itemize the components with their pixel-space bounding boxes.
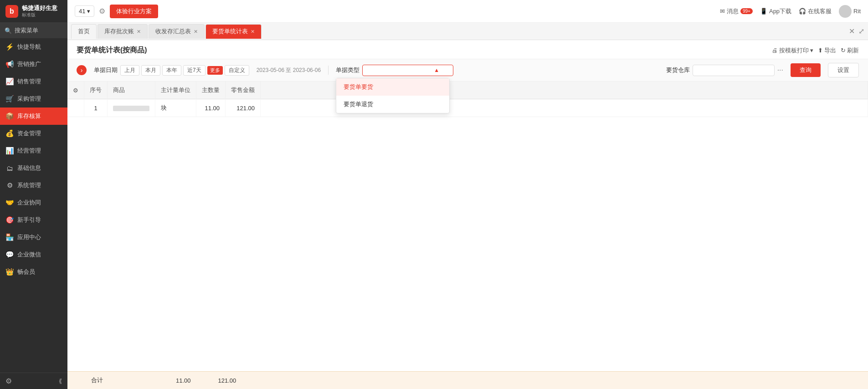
type-filter-group: 单据类型 ▲ 要货单要货 要货单退货 [336, 65, 453, 76]
appstore-icon: 🏪 [5, 233, 14, 241]
purchase-icon: 🛒 [5, 95, 14, 103]
tab-request-summary[interactable]: 要货单统计表 ✕ [205, 24, 262, 39]
date-last-7-days[interactable]: 近7天 [183, 65, 205, 76]
sidebar-item-label: 系统管理 [17, 181, 41, 189]
type-label: 单据类型 [336, 66, 360, 74]
search-icon: 🔍 [5, 27, 12, 34]
sidebar-item-system[interactable]: ⚙ 系统管理 [0, 177, 67, 194]
sidebar-item-marketing[interactable]: 📢 营销推广 [0, 56, 67, 73]
inventory-icon: 📦 [5, 112, 14, 120]
date-this-year[interactable]: 本年 [162, 65, 181, 76]
tab-home[interactable]: 首页 [71, 24, 97, 39]
user-profile[interactable]: Rit [839, 5, 861, 18]
table-body: 1 块 11.00 121.00 [67, 99, 868, 117]
system-icon: ⚙ [5, 181, 14, 189]
tab-inventory-batch-label: 库存批次账 [104, 27, 134, 36]
sidebar-item-wechat[interactable]: 💬 企业微信 [0, 246, 67, 263]
col-product: 商品 [108, 82, 155, 99]
member-icon: 👑 [5, 268, 14, 276]
sidebar-item-quick-nav[interactable]: ⚡ 快捷导航 [0, 38, 67, 56]
messages-btn[interactable]: ✉ 消息 99+ [720, 7, 753, 15]
sidebar-item-operations[interactable]: 📊 经营管理 [0, 142, 67, 159]
tab-receive-summary[interactable]: 收发存汇总表 ✕ [149, 24, 205, 39]
sidebar-item-inventory[interactable]: 📦 库存核算 [0, 107, 67, 125]
gear-icon[interactable]: ⚙ [99, 7, 105, 15]
footer-label: 合计 [73, 376, 103, 384]
date-custom-btn[interactable]: 自定义 [225, 65, 249, 76]
search-menu-label: 搜索菜单 [15, 26, 38, 35]
online-service-btn[interactable]: 🎧 在线客服 [799, 7, 832, 15]
sidebar-item-finance[interactable]: 💰 资金管理 [0, 125, 67, 142]
main-area: 41 ▾ ⚙ 体验行业方案 ✉ 消息 99+ 📱 App下载 🎧 在线客服 R [67, 0, 868, 389]
type-select-value [367, 67, 434, 74]
sidebar-item-guide[interactable]: 🎯 新手引导 [0, 211, 67, 229]
guide-icon: 🎯 [5, 216, 14, 224]
quick-nav-icon: ⚡ [5, 43, 14, 51]
sidebar-item-purchase[interactable]: 🛒 采购管理 [0, 90, 67, 107]
dropdown-item-request-order[interactable]: 要货单要货 [336, 78, 449, 96]
marketing-icon: 📢 [5, 60, 14, 68]
sidebar-nav: ⚡ 快捷导航 📢 营销推广 📈 销售管理 🛒 采购管理 📦 库存核算 💰 资金管… [0, 38, 67, 373]
refresh-icon: ↻ [841, 47, 846, 54]
search-menu[interactable]: 🔍 搜索菜单 [0, 23, 67, 38]
collapse-icon[interactable]: ⟪ [59, 378, 62, 384]
type-chevron-up-icon: ▲ [434, 67, 439, 73]
app-download-label: App下载 [769, 7, 791, 15]
sidebar-item-enterprise[interactable]: 🤝 企业协同 [0, 194, 67, 211]
store-selector[interactable]: 41 ▾ [75, 5, 94, 17]
sidebar-item-sales[interactable]: 📈 销售管理 [0, 73, 67, 90]
basic-info-icon: 🗂 [5, 164, 14, 172]
close-tab-inventory-batch[interactable]: ✕ [137, 29, 141, 35]
page-content: 要货单统计表(按商品) 🖨 按模板打印 ▾ ⬆ 导出 ↻ 刷新 › [67, 40, 868, 389]
expand-tabs-icon[interactable]: ⤢ [858, 27, 864, 36]
close-tab-receive-summary[interactable]: ✕ [194, 29, 198, 35]
logo-main: 畅捷通好生意 [22, 5, 57, 12]
store-name: 41 [79, 8, 85, 15]
tabs-bar: 首页 库存批次账 ✕ 收发存汇总表 ✕ 要货单统计表 ✕ ✕ ⤢ [67, 23, 868, 40]
online-service-label: 在线客服 [808, 7, 832, 15]
sidebar: b 畅捷通好生意 标准版 🔍 搜索菜单 ⚡ 快捷导航 📢 营销推广 📈 销售管理… [0, 0, 67, 389]
download-icon: 📱 [760, 8, 767, 15]
top-header: 41 ▾ ⚙ 体验行业方案 ✉ 消息 99+ 📱 App下载 🎧 在线客服 R [67, 0, 868, 23]
user-name: Rit [853, 8, 861, 15]
close-tab-request-summary[interactable]: ✕ [251, 29, 255, 35]
query-button[interactable]: 查询 [791, 63, 821, 77]
col-settings[interactable]: ⚙ [67, 82, 84, 99]
expand-filter-btn[interactable]: › [77, 65, 87, 75]
messages-badge: 99+ [740, 8, 753, 14]
sidebar-item-appstore[interactable]: 🏪 应用中心 [0, 229, 67, 246]
sidebar-item-label: 基础信息 [17, 164, 41, 172]
sidebar-item-label: 营销推广 [17, 60, 41, 68]
trial-button[interactable]: 体验行业方案 [110, 5, 158, 18]
operations-icon: 📊 [5, 147, 14, 155]
date-this-month[interactable]: 本月 [141, 65, 160, 76]
sidebar-item-member[interactable]: 👑 畅会员 [0, 263, 67, 281]
product-placeholder [113, 106, 149, 111]
more-options-icon[interactable]: ··· [777, 66, 783, 74]
dropdown-item-request-return[interactable]: 要货单退货 [336, 96, 449, 113]
col-unit: 主计量单位 [155, 82, 196, 99]
export-label: 导出 [824, 46, 836, 55]
app-download-btn[interactable]: 📱 App下载 [760, 7, 791, 15]
sidebar-item-basic-info[interactable]: 🗂 基础信息 [0, 159, 67, 177]
settings-icon[interactable]: ⚙ [5, 377, 12, 385]
refresh-btn[interactable]: ↻ 刷新 [841, 46, 859, 55]
type-select[interactable]: ▲ [362, 65, 453, 76]
tab-inventory-batch[interactable]: 库存批次账 ✕ [98, 24, 148, 39]
warehouse-filter-group: 要货仓库 ··· [666, 65, 783, 76]
close-all-tabs-icon[interactable]: ✕ [849, 27, 855, 36]
sidebar-item-label: 新手引导 [17, 216, 41, 224]
table-row: 1 块 11.00 121.00 [67, 99, 868, 117]
date-more-badge[interactable]: 更多 [207, 66, 223, 75]
date-shortcuts: 上月 本月 本年 近7天 更多 自定义 [120, 65, 249, 76]
date-last-month[interactable]: 上月 [120, 65, 139, 76]
row-no-cell: 1 [84, 99, 108, 117]
sales-icon: 📈 [5, 77, 14, 86]
sidebar-item-label: 企业协同 [17, 199, 41, 207]
export-btn[interactable]: ⬆ 导出 [818, 46, 836, 55]
warehouse-input[interactable] [693, 65, 775, 76]
logo-area: b 畅捷通好生意 标准版 [0, 0, 67, 23]
print-btn[interactable]: 🖨 按模板打印 ▾ [772, 46, 813, 55]
setting-button[interactable]: 设置 [828, 63, 859, 77]
row-product-cell [108, 99, 155, 117]
